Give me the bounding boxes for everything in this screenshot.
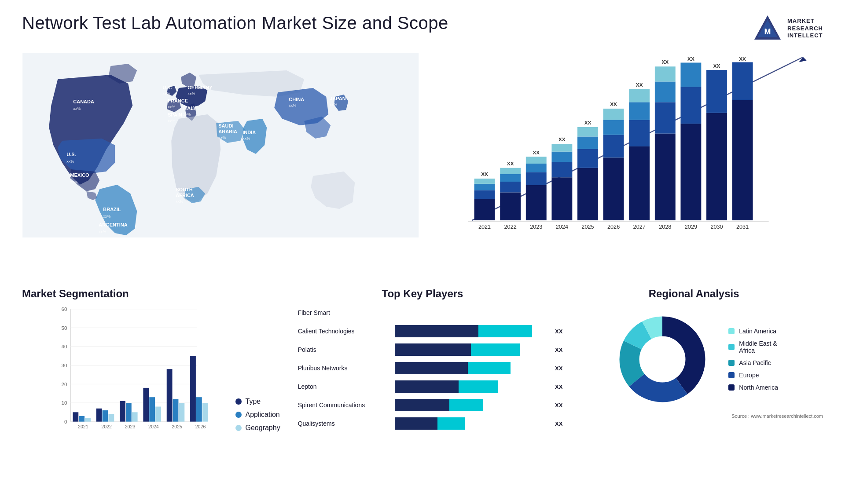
svg-rect-35 [525, 164, 546, 172]
china-label: CHINA [289, 97, 304, 102]
svg-rect-119 [179, 403, 184, 422]
bar-light [459, 380, 498, 393]
regional-legend: Latin America Middle East &Africa Asia P… [728, 328, 778, 391]
japan-label: JAPAN [330, 96, 346, 101]
player-name: Qualisystems [298, 420, 390, 427]
svg-rect-48 [603, 157, 624, 220]
player-value: XX [555, 383, 562, 390]
svg-text:2026: 2026 [607, 224, 619, 230]
svg-rect-26 [474, 179, 495, 184]
player-name: Pluribus Networks [298, 365, 390, 372]
svg-text:xx%: xx% [183, 112, 191, 117]
svg-text:2031: 2031 [736, 224, 748, 230]
uk-label: U.K. [162, 85, 172, 90]
svg-text:XX: XX [739, 56, 746, 62]
svg-rect-68 [732, 100, 753, 220]
svg-text:XX: XX [558, 136, 566, 142]
svg-text:XX: XX [584, 120, 591, 125]
player-bar: XX [395, 325, 547, 337]
segmentation-section: Market Segmentation 0 10 20 [22, 288, 280, 445]
svg-text:2025: 2025 [172, 424, 182, 429]
svg-text:XX: XX [533, 150, 540, 155]
legend-apac: Asia Pacific [728, 359, 778, 366]
svg-rect-55 [629, 102, 650, 120]
svg-text:2023: 2023 [530, 224, 542, 230]
svg-rect-111 [132, 412, 138, 421]
svg-text:2022: 2022 [101, 424, 112, 429]
svg-text:2022: 2022 [504, 224, 516, 230]
seg-title: Market Segmentation [22, 288, 280, 300]
svg-rect-103 [85, 418, 91, 422]
player-pluribus: Pluribus Networks XX [298, 362, 547, 374]
india-label: INDIA [242, 130, 256, 135]
header: Network Test Lab Automation Market Size … [22, 13, 823, 44]
player-name: Polatis [298, 346, 390, 353]
logo: M MARKET RESEARCH INTELLECT [752, 13, 823, 44]
svg-text:M: M [764, 27, 771, 36]
svg-rect-105 [96, 409, 102, 422]
na-dot [728, 384, 735, 391]
europe-dot [728, 372, 735, 378]
svg-text:xx%: xx% [162, 91, 170, 96]
saudi-label: SAUDI [218, 123, 233, 128]
svg-text:xx%: xx% [99, 230, 106, 234]
svg-rect-54 [629, 120, 650, 146]
player-bar: XX [395, 380, 547, 393]
svg-text:60: 60 [62, 306, 68, 312]
svg-text:40: 40 [62, 343, 68, 349]
svg-text:2030: 2030 [710, 224, 723, 230]
svg-rect-36 [525, 157, 546, 164]
svg-rect-66 [706, 113, 727, 220]
us-label: U.S. [66, 152, 76, 157]
svg-text:2024: 2024 [148, 424, 159, 429]
app-dot [235, 412, 242, 418]
svg-text:XX: XX [687, 56, 694, 62]
bar-dark [395, 362, 468, 374]
svg-rect-107 [108, 414, 114, 422]
canada-label: CANADA [73, 99, 94, 104]
mexico-label: MEXICO [70, 172, 89, 178]
svg-text:XX: XX [636, 82, 643, 88]
players-list: Fiber Smart Calient Technologies XX Pola… [294, 307, 552, 430]
bar-dark [395, 325, 479, 337]
apac-dot [728, 360, 735, 366]
player-calient: Calient Technologies XX [298, 325, 547, 337]
legend-type: Type [235, 398, 280, 405]
svg-text:xx%: xx% [103, 214, 110, 219]
bar-dark [395, 343, 471, 356]
svg-text:2021: 2021 [78, 424, 88, 429]
type-dot [235, 398, 242, 405]
argentina-label: ARGENTINA [99, 222, 127, 227]
svg-rect-67 [706, 70, 727, 113]
svg-rect-109 [120, 401, 125, 422]
svg-text:xx%: xx% [289, 103, 296, 108]
svg-text:xx%: xx% [187, 91, 195, 96]
mea-dot [728, 344, 735, 350]
svg-rect-34 [525, 172, 546, 185]
svg-text:xx%: xx% [73, 106, 81, 111]
seg-chart-wrapper: 0 10 20 30 40 50 60 [22, 304, 280, 445]
germany-label: GERMANY [187, 85, 213, 90]
svg-text:20: 20 [62, 381, 68, 387]
svg-text:XX: XX [713, 63, 720, 69]
svg-rect-38 [551, 177, 572, 220]
svg-rect-59 [654, 102, 675, 133]
svg-text:xx%: xx% [330, 102, 337, 107]
svg-point-130 [641, 338, 683, 380]
svg-rect-49 [603, 135, 624, 158]
regional-section: Regional Analysis [565, 288, 823, 412]
regional-title: Regional Analysis [565, 288, 823, 300]
svg-text:AFRICA: AFRICA [176, 193, 194, 198]
regional-wrapper: Latin America Middle East &Africa Asia P… [565, 307, 823, 412]
svg-text:XX: XX [661, 59, 669, 65]
bar-light [471, 343, 520, 356]
map-section: CANADA xx% U.S. xx% MEXICO xx% BRAZIL xx… [22, 53, 419, 281]
svg-text:XX: XX [507, 161, 514, 166]
svg-rect-23 [474, 199, 495, 220]
bar-dark [395, 380, 459, 393]
legend-latin: Latin America [728, 328, 778, 335]
bar-dark [395, 417, 437, 430]
svg-rect-101 [73, 412, 78, 421]
svg-text:xx%: xx% [70, 180, 77, 184]
logo-text: MARKET RESEARCH INTELLECT [787, 18, 823, 40]
